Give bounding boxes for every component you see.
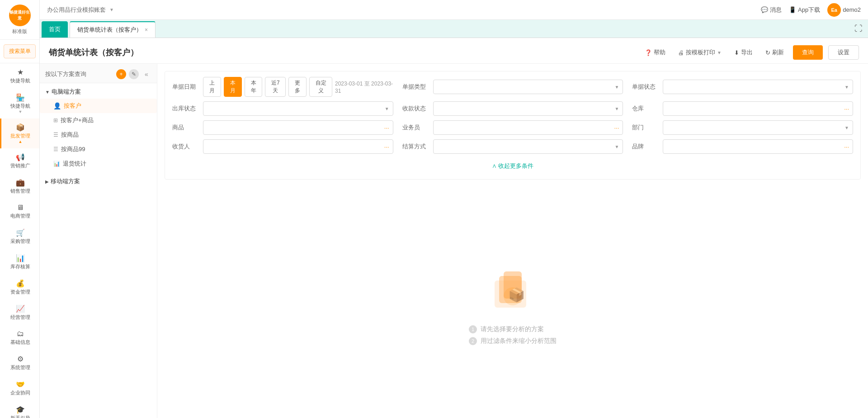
sidebar-item-newuser[interactable]: 🎓 新手引导: [0, 401, 39, 418]
scheme-item-product99[interactable]: ☰ 按商品99: [40, 142, 157, 157]
sidebar-item-operations[interactable]: 📈 经营管理: [0, 300, 39, 325]
user-profile-button[interactable]: Ea demo2: [827, 3, 861, 17]
scheme-item-customer-product[interactable]: ⊞ 按客户+商品: [40, 113, 157, 128]
sidebar-item-marketing[interactable]: 📢 营销推广: [0, 148, 39, 174]
help-button[interactable]: ❓ 帮助: [641, 47, 669, 58]
app-download-button[interactable]: 📱 App下载: [789, 6, 820, 14]
out-status-selector[interactable]: ▼: [203, 101, 393, 116]
tabbar: 首页 销货单统计表（按客户） × ⛶: [40, 20, 868, 38]
collapse-panel-button[interactable]: «: [142, 69, 151, 79]
message-button[interactable]: 💬 消息: [761, 6, 782, 14]
sidebar-item-retail[interactable]: 🏪 快捷导航 ▼: [0, 89, 39, 119]
order-status-selector[interactable]: ▼: [663, 80, 853, 94]
query-button[interactable]: 查询: [793, 45, 823, 60]
sidebar-item-system[interactable]: ⚙ 系统管理: [0, 350, 39, 375]
enterprise-label: 企业协同: [10, 390, 30, 396]
right-panel: 单据日期 上月 本月 本年 近7天 更多 自定义 2023-03-01 至 20…: [157, 64, 868, 418]
add-scheme-button[interactable]: +: [116, 69, 126, 79]
empty-steps: 1 请先选择要分析的方案 2 用过滤条件来缩小分析范围: [469, 325, 557, 349]
customer-product-label: 按客户+商品: [61, 116, 94, 124]
system-label: 系统管理: [10, 364, 30, 371]
scheme-item-customer[interactable]: 👤 按客户: [40, 99, 157, 113]
expand-arrow-icon: ▼: [45, 90, 50, 95]
shortcuts-icon: ★: [17, 68, 24, 76]
date-range-label: 2023-03-01 至 2023-03-31: [335, 80, 393, 94]
collect-status-arrow-icon: ▼: [614, 106, 619, 111]
tab-sales-stat[interactable]: 销货单统计表（按客户） ×: [70, 21, 156, 38]
topbar-left: 办公用品行业模拟账套 ▼: [47, 6, 114, 14]
basics-label: 基础信息: [10, 339, 30, 346]
mobile-scheme-label: 移动端方案: [51, 177, 80, 185]
page-content: 销货单统计表（按客户） ❓ 帮助 🖨 按模板打印 ▼ ⬇ 导出 ↻ 刷新: [40, 38, 868, 418]
scheme-item-product[interactable]: ☰ 按商品: [40, 128, 157, 142]
date-btn-7days[interactable]: 近7天: [265, 77, 286, 97]
filter-item-date: 单据日期 上月 本月 本年 近7天 更多 自定义 2023-03-01 至 20…: [172, 77, 393, 97]
empty-step-1: 1 请先选择要分析的方案: [469, 325, 557, 333]
collapse-conditions-button[interactable]: ∧ 收起更多条件: [172, 158, 853, 174]
export-button[interactable]: ⬇ 导出: [731, 47, 756, 58]
sidebar-search-area: 搜索菜单: [0, 40, 39, 63]
avatar: Ea: [827, 3, 841, 17]
date-btn-thismonth[interactable]: 本月: [224, 77, 242, 97]
sidebar-item-basics[interactable]: 🗂 基础信息: [0, 325, 39, 350]
out-status-arrow-icon: ▼: [385, 106, 389, 111]
shortcuts-label: 快捷导航: [10, 77, 30, 84]
order-type-selector[interactable]: ▼: [433, 80, 623, 94]
brand-label: 品牌: [632, 142, 659, 151]
wholesale-icon: 📦: [16, 123, 25, 132]
content-area: 按以下方案查询 + ✎ « ▼: [40, 64, 868, 418]
brand-selector[interactable]: [663, 139, 853, 154]
edit-scheme-button[interactable]: ✎: [129, 69, 139, 79]
department-selector[interactable]: ▼: [663, 120, 853, 135]
topbar: 办公用品行业模拟账套 ▼ 💬 消息 📱 App下载 Ea demo2: [40, 0, 868, 20]
sidebar-item-shortcuts[interactable]: ★ 快捷导航: [0, 63, 39, 89]
consignee-selector[interactable]: [203, 139, 393, 154]
purchase-label: 采购管理: [10, 238, 30, 245]
filter-area: 单据日期 上月 本月 本年 近7天 更多 自定义 2023-03-01 至 20…: [165, 71, 861, 180]
add-icon: +: [119, 71, 123, 77]
home-tab-label: 首页: [49, 25, 61, 33]
product-icon: ☰: [53, 132, 58, 138]
settings-button[interactable]: 设置: [828, 45, 859, 60]
date-btn-custom[interactable]: 自定义: [309, 77, 332, 97]
filter-item-out-status: 出库状态 ▼: [172, 101, 393, 116]
sidebar-item-enterprise[interactable]: 🤝 企业协同: [0, 375, 39, 401]
sidebar-item-purchase[interactable]: 🛒 采购管理: [0, 224, 39, 249]
mobile-scheme-group-header[interactable]: ▶ 移动端方案: [40, 175, 157, 188]
salesperson-selector[interactable]: [433, 120, 623, 135]
tab-close-icon[interactable]: ×: [145, 27, 148, 33]
username-label: demo2: [843, 6, 861, 13]
export-icon: ⬇: [734, 49, 739, 56]
operations-label: 经营管理: [10, 314, 30, 321]
pc-scheme-group-header[interactable]: ▼ 电脑端方案: [40, 85, 157, 99]
sidebar-item-finance[interactable]: 💰 资金管理: [0, 275, 39, 300]
collect-status-selector[interactable]: ▼: [433, 101, 623, 116]
marketing-label: 营销推广: [10, 162, 30, 169]
department-arrow-icon: ▼: [844, 125, 849, 130]
print-button[interactable]: 🖨 按模板打印 ▼: [675, 47, 725, 58]
finance-icon: 💰: [16, 279, 25, 288]
product-selector[interactable]: [203, 120, 393, 135]
settlement-selector[interactable]: ▼: [433, 139, 623, 154]
tab-home[interactable]: 首页: [42, 21, 68, 38]
sidebar-item-sales[interactable]: 💼 销售管理: [0, 174, 39, 199]
enterprise-icon: 🤝: [16, 380, 25, 389]
left-panel-header: 按以下方案查询 + ✎ «: [40, 64, 157, 83]
search-menu-button[interactable]: 搜索菜单: [4, 44, 36, 58]
main-area: 办公用品行业模拟账套 ▼ 💬 消息 📱 App下载 Ea demo2 首页: [40, 0, 868, 418]
date-btn-thisyear[interactable]: 本年: [245, 77, 263, 97]
date-btn-more[interactable]: 更多: [288, 77, 307, 97]
filter-item-collect-status: 收款状态 ▼: [402, 101, 623, 116]
sidebar-item-ecommerce[interactable]: 🖥 电商管理: [0, 199, 39, 224]
sidebar-item-wholesale[interactable]: 📦 批发管理 ▲: [0, 119, 39, 148]
newuser-icon: 🎓: [16, 405, 25, 414]
return-icon: 📊: [53, 161, 60, 167]
page-header: 销货单统计表（按客户） ❓ 帮助 🖨 按模板打印 ▼ ⬇ 导出 ↻ 刷新: [40, 38, 868, 64]
warehouse-selector[interactable]: [663, 101, 853, 116]
page-title: 销货单统计表（按客户）: [49, 47, 138, 58]
sidebar-item-inventory[interactable]: 📊 库存核算: [0, 249, 39, 275]
scheme-item-return[interactable]: 📊 退货统计: [40, 157, 157, 171]
refresh-button[interactable]: ↻ 刷新: [762, 47, 788, 58]
date-btn-lastmonth[interactable]: 上月: [203, 77, 221, 97]
tab-expand-button[interactable]: ⛶: [849, 24, 868, 33]
